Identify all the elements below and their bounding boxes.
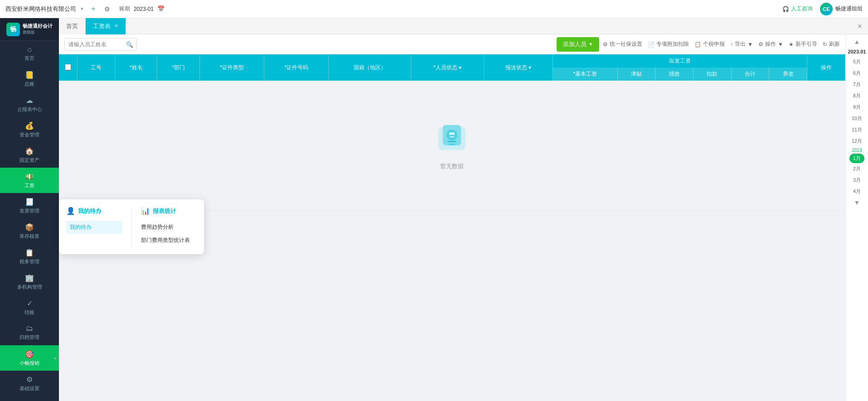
sidebar-item-fixed-assets[interactable]: 🏠 固定资产	[0, 142, 59, 168]
settings-icon[interactable]: ⚙	[102, 5, 112, 13]
timeline-month-12[interactable]: 12月	[852, 135, 862, 147]
sidebar-item-invoice[interactable]: 🧾 发票管理	[0, 193, 59, 218]
sidebar-item-label: 小畅报销	[19, 360, 39, 367]
period-label: 账期	[119, 5, 130, 13]
popup-item-dept-cost[interactable]: 部门费用类型统计表	[141, 234, 197, 247]
right-timeline: ▲ 2023.01 5月 6月 7月 8月 9月 10月 11月 12月 202…	[845, 34, 868, 401]
new-guide-btn[interactable]: ★ 新手引导	[789, 40, 817, 48]
popup-section-title-todo: 👤 我的待办	[66, 207, 122, 215]
select-all-checkbox[interactable]	[65, 64, 71, 70]
th-cert-type: *证件类型	[199, 54, 264, 81]
sidebar-item-ledger[interactable]: 📒 总账	[0, 66, 59, 92]
sidebar-item-checkout[interactable]: ✓ 结账	[0, 295, 59, 320]
sidebar-item-fund[interactable]: 💰 资金管理	[0, 117, 59, 142]
assets-icon: 🏠	[25, 147, 34, 155]
timeline-month-4[interactable]: 4月	[853, 186, 861, 197]
timeline-month-6[interactable]: 6月	[853, 68, 861, 79]
personal-tax-label: 个税申报	[703, 40, 725, 48]
th-pension: 养老	[769, 68, 807, 81]
timeline-scroll-down[interactable]: ▼	[854, 197, 860, 208]
add-company-btn[interactable]: ＋	[88, 4, 99, 14]
th-deduction: 扣款	[693, 68, 731, 81]
toolbar: 🔍 添加人员 ▼ ⚙ 统一社保设置 📄 专项附加扣除	[59, 34, 845, 54]
add-person-button[interactable]: 添加人员 ▼	[557, 37, 599, 52]
export-label: 导出	[735, 40, 746, 48]
tab-bar: 首页 工资表 ✕ ✕	[59, 18, 868, 34]
th-person-status: *人员状态 ▾	[411, 54, 484, 81]
company-name[interactable]: 西安虾米网络科技有限公司	[5, 5, 76, 13]
close-all-btn[interactable]: ✕	[852, 18, 868, 34]
nav-arrow-icon: ◀	[53, 356, 56, 360]
export-btn[interactable]: ↑ 导出 ▼	[730, 40, 753, 48]
company-dropdown-icon[interactable]: ▼	[80, 6, 84, 11]
timeline-month-1[interactable]: 1月	[849, 154, 864, 163]
logo-text: 畅捷通好会计	[23, 23, 53, 29]
social-security-label: 统一社保设置	[610, 40, 642, 48]
personal-tax-icon: 📋	[694, 41, 701, 48]
popup-section-title-report: 📊 报表统计	[141, 207, 197, 215]
social-security-btn[interactable]: ⚙ 统一社保设置	[603, 40, 642, 48]
sidebar-item-xiaochang[interactable]: 🎯 小畅报销 ◀	[0, 345, 59, 371]
export-arrow-icon: ▼	[747, 41, 753, 48]
calendar-icon[interactable]: 📅	[157, 5, 165, 12]
sidebar-item-home[interactable]: ⌂ 首页	[0, 41, 59, 66]
timeline-month-7[interactable]: 7月	[853, 79, 861, 90]
service-button[interactable]: 🎧 人工咨询	[782, 5, 813, 13]
toolbar-actions: ⚙ 统一社保设置 📄 专项附加扣除 📋 个税申报 ↑	[603, 40, 840, 48]
timeline-month-11[interactable]: 11月	[852, 124, 862, 135]
empty-row: 暂无数据	[59, 81, 845, 211]
popup-item-cost-trend[interactable]: 费用趋势分析	[141, 221, 197, 234]
sidebar-item-archive[interactable]: 🗂 归档管理	[0, 320, 59, 345]
tab-salary[interactable]: 工资表 ✕	[86, 18, 126, 34]
timeline-year-2023: 2023	[852, 147, 862, 154]
xiaochang-icon: 🎯	[25, 350, 34, 358]
th-bonus: 绩效	[655, 68, 693, 81]
sidebar-item-new-guide[interactable]: ▷ 新手引导	[0, 396, 59, 401]
period-value[interactable]: 2023-01	[134, 6, 154, 12]
avatar: CE	[820, 3, 833, 15]
sidebar-item-inventory[interactable]: 📦 库存核算	[0, 218, 59, 244]
sidebar-item-tax[interactable]: 📋 税务管理	[0, 244, 59, 269]
todo-section-label: 我的待办	[78, 207, 102, 215]
user-name: 畅捷通组组	[835, 5, 863, 13]
th-salary-group: 应发工资	[553, 54, 807, 68]
top-header: 西安虾米网络科技有限公司 ▼ ＋ ⚙ 账期 2023-01 📅 🎧 人工咨询 C…	[0, 0, 868, 18]
special-deduction-label: 专项附加扣除	[656, 40, 689, 48]
th-total: 合计	[731, 68, 769, 81]
logo-char: 畅	[10, 25, 16, 34]
salary-icon: 💵	[25, 172, 34, 181]
refresh-icon: ↻	[823, 41, 827, 48]
special-deduction-btn[interactable]: 📄 专项附加扣除	[648, 40, 689, 48]
tab-home[interactable]: 首页	[59, 18, 86, 34]
timeline-scroll-up[interactable]: ▲	[854, 36, 860, 47]
logo-sub: 旗舰版	[23, 29, 53, 35]
sidebar-item-basic-settings[interactable]: ⚙ 基础设置	[0, 371, 59, 396]
checkout-icon: ✓	[27, 299, 33, 308]
personal-tax-btn[interactable]: 📋 个税申报	[694, 40, 725, 48]
timeline-month-5[interactable]: 5月	[853, 56, 861, 68]
social-security-icon: ⚙	[603, 41, 608, 48]
user-info[interactable]: CE 畅捷通组组	[820, 3, 863, 15]
select-all-th[interactable]	[59, 54, 77, 81]
sidebar-item-label: 税务管理	[19, 258, 39, 265]
tax-icon: 📋	[25, 248, 34, 257]
sidebar-item-salary[interactable]: 💵 工资	[0, 168, 59, 193]
th-nation: 国籍（地区）	[329, 54, 411, 81]
timeline-month-2[interactable]: 2月	[853, 163, 861, 174]
th-dept: *部门	[157, 54, 199, 81]
report-section-icon: 📊	[141, 207, 150, 215]
sidebar-item-label: 固定资产	[19, 157, 39, 164]
timeline-month-3[interactable]: 3月	[853, 174, 861, 186]
todo-section-icon: 👤	[66, 207, 75, 215]
operation-btn[interactable]: ⚙ 操作 ▼	[758, 40, 783, 48]
refresh-btn[interactable]: ↻ 刷新	[823, 40, 840, 48]
timeline-month-8[interactable]: 8月	[853, 90, 861, 101]
timeline-month-10[interactable]: 10月	[852, 113, 862, 124]
sidebar-item-cloud-report[interactable]: ☁ 云报表中心	[0, 92, 59, 117]
tab-close-icon[interactable]: ✕	[114, 23, 118, 29]
timeline-month-9[interactable]: 9月	[853, 101, 861, 113]
sidebar-item-multi-org[interactable]: 🏢 多机构管理	[0, 269, 59, 295]
popup-item-my-todo[interactable]: 我的待办	[66, 221, 122, 234]
logo-icon: 畅	[6, 23, 20, 36]
cloud-icon: ☁	[26, 96, 33, 105]
